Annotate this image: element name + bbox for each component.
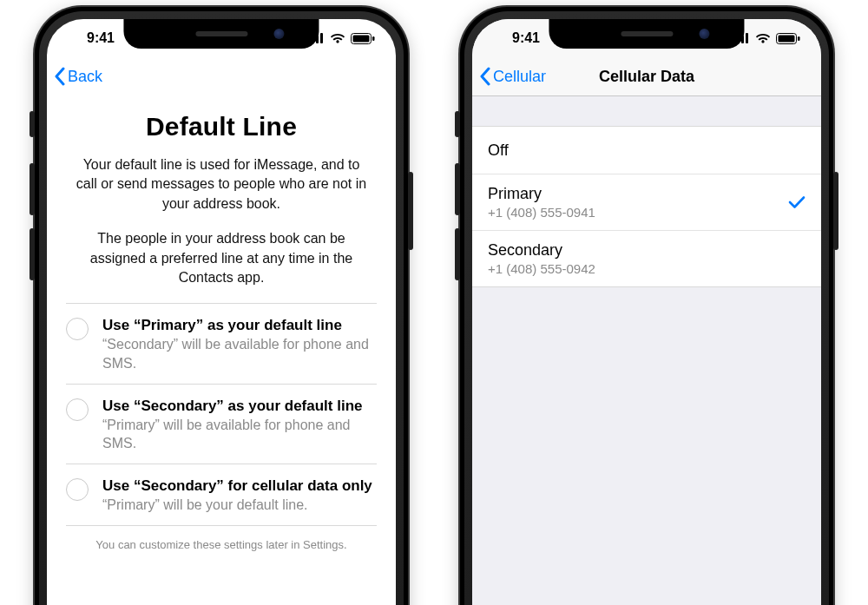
option-secondary-data-only[interactable]: Use “Secondary” for cellular data only “…: [66, 464, 377, 526]
volume-down-button: [455, 228, 460, 280]
status-time: 9:41: [75, 30, 127, 46]
mute-switch: [30, 111, 35, 137]
description-2: The people in your address book can be a…: [71, 229, 372, 287]
option-primary-default[interactable]: Use “Primary” as your default line “Seco…: [66, 304, 377, 384]
device-right: 9:41: [460, 7, 833, 605]
option-secondary-default[interactable]: Use “Secondary” as your default line “Pr…: [66, 385, 377, 464]
screen: 9:41: [472, 19, 821, 605]
cell-primary[interactable]: Primary +1 (408) 555-0941: [472, 174, 821, 231]
wifi-icon: [755, 33, 771, 43]
notch: [549, 19, 744, 49]
svg-rect-12: [779, 35, 795, 42]
screen: 9:41: [47, 19, 396, 605]
checkmark-icon: [788, 195, 806, 209]
status-time: 9:41: [500, 30, 552, 46]
volume-up-button: [30, 163, 35, 215]
nav-bar: Back: [47, 57, 396, 96]
mute-switch: [455, 111, 460, 137]
option-title: Use “Secondary” as your default line: [102, 397, 377, 416]
back-button[interactable]: Cellular: [472, 67, 546, 86]
cell-off[interactable]: Off: [472, 127, 821, 174]
chevron-left-icon: [479, 67, 491, 86]
front-camera: [274, 29, 285, 39]
cell-label: Secondary: [488, 241, 806, 260]
battery-icon: [351, 33, 375, 44]
back-label: Cellular: [493, 68, 546, 86]
cell-secondary[interactable]: Secondary +1 (408) 555-0942: [472, 231, 821, 286]
svg-rect-13: [798, 36, 800, 41]
speaker-grille: [195, 31, 247, 36]
svg-rect-3: [320, 33, 323, 43]
svg-rect-6: [372, 36, 375, 41]
option-subtitle: “Secondary” will be available for phone …: [102, 335, 377, 372]
cell-sublabel: +1 (408) 555-0942: [488, 261, 806, 276]
volume-up-button: [455, 163, 460, 215]
speaker-grille: [621, 31, 673, 36]
stage: 9:41: [0, 0, 868, 605]
svg-rect-5: [353, 35, 370, 42]
options-list: Use “Primary” as your default line “Seco…: [66, 303, 377, 525]
chevron-left-icon: [54, 67, 66, 86]
nav-bar: Cellular Cellular Data: [472, 57, 821, 96]
radio-icon: [66, 478, 89, 501]
line-selection-group: Off Primary +1 (408) 555-0941 Secondary: [472, 126, 821, 287]
side-button: [408, 172, 413, 250]
notch: [123, 19, 319, 49]
back-button[interactable]: Back: [47, 67, 102, 86]
battery-icon: [776, 33, 800, 44]
radio-icon: [66, 318, 89, 340]
description-1: Your default line is used for iMessage, …: [71, 155, 372, 214]
content: Default Line Your default line is used f…: [47, 112, 396, 569]
radio-icon: [66, 398, 89, 421]
front-camera: [700, 29, 710, 39]
svg-rect-10: [746, 33, 748, 43]
cell-label: Primary: [488, 185, 788, 203]
side-button: [833, 172, 838, 250]
option-title: Use “Primary” as your default line: [102, 316, 377, 335]
cell-label: Off: [488, 141, 806, 160]
device-left: 9:41: [35, 7, 408, 605]
footer-note: You can customize these settings later i…: [66, 526, 377, 569]
option-subtitle: “Primary” will be available for phone an…: [102, 416, 377, 453]
page-title: Default Line: [66, 112, 377, 141]
volume-down-button: [30, 228, 35, 280]
back-label: Back: [68, 68, 102, 86]
cell-sublabel: +1 (408) 555-0941: [488, 205, 788, 220]
option-title: Use “Secondary” for cellular data only: [102, 477, 372, 496]
wifi-icon: [330, 33, 345, 43]
option-subtitle: “Primary” will be your default line.: [102, 496, 372, 515]
